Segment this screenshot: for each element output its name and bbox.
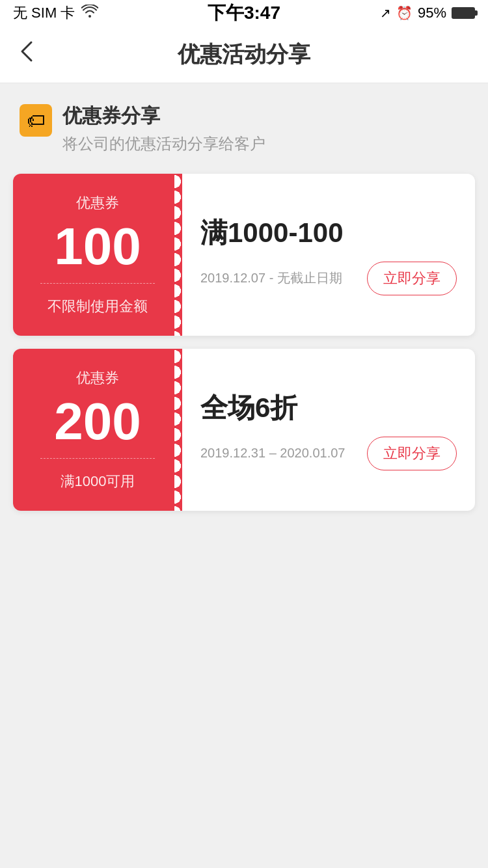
- coupon-bottom-1: 2019.12.07 - 无截止日期 立即分享: [200, 262, 457, 295]
- share-button-2[interactable]: 立即分享: [367, 437, 457, 470]
- section-text: 优惠券分享 将公司的优惠活动分享给客户: [62, 103, 265, 154]
- status-right: ↗ ⏰ 95%: [380, 5, 475, 21]
- section-title: 优惠券分享: [62, 103, 265, 129]
- coupon-condition-2: 满1000可用: [61, 472, 135, 491]
- section-icon: 🏷: [20, 104, 52, 137]
- coupon-bottom-2: 2019.12.31 – 2020.01.07 立即分享: [200, 437, 457, 470]
- coupon-card-2: 优惠券 200 满1000可用 全场6折 2019.12.31 – 2020.0…: [13, 349, 475, 511]
- carrier-text: 无 SIM 卡: [13, 3, 75, 23]
- coupon-card-1: 优惠券 100 不限制使用金额 满1000-100 2019.12.07 - 无…: [13, 174, 475, 336]
- location-icon: ↗: [380, 5, 391, 21]
- coupon-divider-1: [40, 283, 155, 284]
- coupon-date-1: 2019.12.07 - 无截止日期: [200, 269, 359, 287]
- back-button[interactable]: [20, 40, 34, 69]
- coupon-condition-1: 不限制使用金额: [47, 297, 148, 316]
- status-bar: 无 SIM 卡 下午3:47 ↗ ⏰ 95%: [0, 0, 488, 26]
- coupon-type-1: 优惠券: [76, 193, 119, 213]
- coupon-divider-2: [40, 458, 155, 459]
- coupon-date-2: 2019.12.31 – 2020.01.07: [200, 446, 359, 461]
- coupon-amount-1: 100: [54, 221, 141, 273]
- empty-area: [0, 524, 488, 849]
- coupon-left-1: 优惠券 100 不限制使用金额: [13, 174, 182, 336]
- wifi-icon: [81, 5, 98, 21]
- coupon-amount-2: 200: [54, 396, 141, 448]
- share-button-1[interactable]: 立即分享: [367, 262, 457, 295]
- battery-percent: 95%: [418, 5, 446, 21]
- coupon-right-1: 满1000-100 2019.12.07 - 无截止日期 立即分享: [182, 174, 475, 336]
- section-header: 🏷 优惠券分享 将公司的优惠活动分享给客户: [0, 83, 488, 167]
- coupon-type-2: 优惠券: [76, 368, 119, 388]
- nav-bar: 优惠活动分享: [0, 26, 488, 83]
- section-subtitle: 将公司的优惠活动分享给客户: [62, 133, 265, 154]
- page-title: 优惠活动分享: [178, 40, 310, 70]
- battery-icon: [452, 7, 475, 19]
- status-left: 无 SIM 卡: [13, 3, 98, 23]
- coupon-right-2: 全场6折 2019.12.31 – 2020.01.07 立即分享: [182, 349, 475, 511]
- coupon-list: 优惠券 100 不限制使用金额 满1000-100 2019.12.07 - 无…: [0, 167, 488, 524]
- status-time: 下午3:47: [208, 1, 280, 25]
- coupon-icon: 🏷: [27, 110, 45, 131]
- coupon-name-1: 满1000-100: [200, 215, 457, 251]
- coupon-left-2: 优惠券 200 满1000可用: [13, 349, 182, 511]
- coupon-name-2: 全场6折: [200, 390, 457, 426]
- alarm-icon: ⏰: [396, 5, 413, 21]
